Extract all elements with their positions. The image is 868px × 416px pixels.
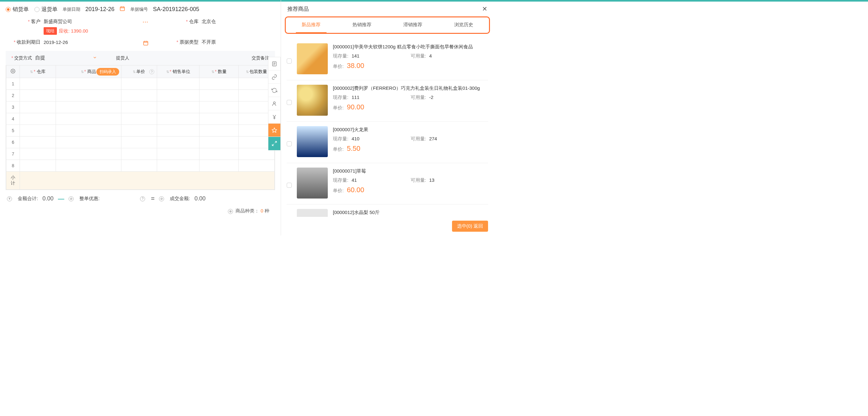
tab-2[interactable]: 滞销推荐 [388, 18, 438, 32]
doc-no-label: 单据编号 [130, 7, 148, 12]
cell[interactable] [20, 136, 56, 148]
cell[interactable] [121, 148, 157, 160]
product-item: [0000012]水晶梨 50斤 [287, 204, 488, 217]
rail-yen-icon[interactable] [268, 110, 280, 124]
cell[interactable] [199, 125, 239, 136]
avail-value: 13 [429, 177, 435, 183]
cell[interactable] [121, 160, 157, 172]
delivery-select[interactable]: 自提 [35, 55, 45, 61]
svg-rect-1 [144, 41, 148, 45]
cell[interactable] [20, 78, 56, 90]
product-name: [0000001]华美华夫软饼1200g 糕点零食小吃手撕面包早餐休闲食品 [333, 43, 488, 51]
cell[interactable] [121, 136, 157, 148]
cell[interactable] [157, 101, 199, 113]
cell[interactable] [157, 78, 199, 90]
row-number: 7 [6, 148, 20, 160]
bill-type-field[interactable]: 不开票 [198, 39, 281, 45]
product-name: [00000071]草莓 [333, 167, 488, 175]
cell[interactable] [56, 136, 121, 148]
cell[interactable] [56, 78, 121, 90]
warehouse-field[interactable]: 北京仓 [198, 19, 281, 25]
product-thumbnail [297, 43, 328, 74]
cell[interactable] [121, 90, 157, 101]
cell[interactable] [56, 90, 121, 101]
row-number: 1 [6, 78, 20, 90]
price-label: 单价: [333, 188, 344, 194]
cell[interactable] [56, 148, 121, 160]
cell[interactable] [199, 101, 239, 113]
close-icon[interactable]: ✕ [482, 5, 488, 13]
tab-0[interactable]: 新品推荐 [286, 18, 337, 32]
help-icon[interactable]: ? [149, 69, 154, 74]
cell[interactable] [157, 136, 199, 148]
select-return-button[interactable]: 选中(0) 返回 [452, 221, 488, 232]
cell[interactable] [199, 78, 239, 90]
delivery-label: 交货方式 [14, 55, 32, 60]
cell[interactable] [121, 113, 157, 125]
cell[interactable] [157, 113, 199, 125]
discount-icon: ⊘ [69, 196, 74, 201]
cell[interactable] [121, 101, 157, 113]
cell[interactable] [199, 136, 239, 148]
tab-1[interactable]: 热销推荐 [337, 18, 388, 32]
cell[interactable] [20, 160, 56, 172]
rail-refresh-icon[interactable] [268, 84, 280, 97]
rail-star-icon[interactable] [268, 124, 280, 137]
row-number: 4 [6, 113, 20, 125]
rail-user-icon[interactable] [268, 97, 280, 110]
discount-input[interactable] [104, 198, 135, 199]
price-value: 90.00 [347, 103, 364, 111]
cell[interactable] [20, 113, 56, 125]
product-checkbox[interactable] [287, 59, 292, 64]
cell[interactable] [56, 101, 121, 113]
cell[interactable] [56, 160, 121, 172]
product-item: [0000002]费列罗（FERRERO）巧克力礼盒装生日礼物礼盒装01-300… [287, 80, 488, 122]
pay-due-field[interactable]: 2019-12-26 [40, 39, 154, 45]
radio-return[interactable]: 退货单 [34, 6, 58, 13]
cell[interactable] [56, 125, 121, 136]
rail-note-icon[interactable] [268, 57, 280, 70]
product-checkbox[interactable] [287, 183, 292, 188]
cell[interactable] [20, 101, 56, 113]
cell[interactable] [20, 90, 56, 101]
chevron-down-icon[interactable] [93, 55, 97, 61]
more-icon[interactable]: ··· [143, 19, 149, 25]
cell[interactable] [20, 148, 56, 160]
cell[interactable] [157, 90, 199, 101]
pay-due-value: 2019-12-26 [43, 39, 68, 45]
col-price[interactable]: ⇅单价? [121, 65, 157, 78]
rail-link-icon[interactable] [268, 70, 280, 84]
col-unit[interactable]: ⇅*销售单位 [157, 65, 199, 78]
product-checkbox[interactable] [287, 141, 292, 147]
cell[interactable] [121, 125, 157, 136]
help-icon[interactable]: ? [140, 196, 145, 201]
product-thumbnail [297, 167, 328, 198]
col-qty[interactable]: ⇅*数量 [199, 65, 239, 78]
cell[interactable] [157, 160, 199, 172]
cell[interactable] [199, 148, 239, 160]
scan-badge[interactable]: 扫码录入 [96, 68, 119, 75]
customer-field[interactable]: 新盛商贸公司 ··· [40, 19, 154, 25]
product-thumbnail [297, 209, 328, 217]
cell[interactable] [20, 125, 56, 136]
product-name: [0000007]火龙果 [333, 126, 488, 133]
radio-sales[interactable]: 销货单 [6, 6, 29, 13]
gear-icon[interactable] [6, 65, 20, 78]
cell[interactable] [199, 90, 239, 101]
product-checkbox[interactable] [287, 100, 292, 105]
cell[interactable] [56, 113, 121, 125]
cell[interactable] [157, 148, 199, 160]
cell[interactable] [199, 160, 239, 172]
cell[interactable] [239, 160, 275, 172]
tab-3[interactable]: 浏览历史 [438, 18, 489, 32]
cell[interactable] [121, 78, 157, 90]
doc-date-value[interactable]: 2019-12-26 [85, 6, 115, 13]
rail-expand-icon[interactable] [268, 137, 280, 150]
cell[interactable] [157, 125, 199, 136]
cell[interactable] [199, 113, 239, 125]
calendar-icon[interactable] [143, 40, 149, 47]
col-warehouse[interactable]: ⇅*仓库 [20, 65, 56, 78]
calendar-icon[interactable] [120, 6, 125, 13]
svg-point-4 [273, 102, 275, 104]
col-product[interactable]: ⇅*商品扫码录入 [56, 65, 121, 78]
